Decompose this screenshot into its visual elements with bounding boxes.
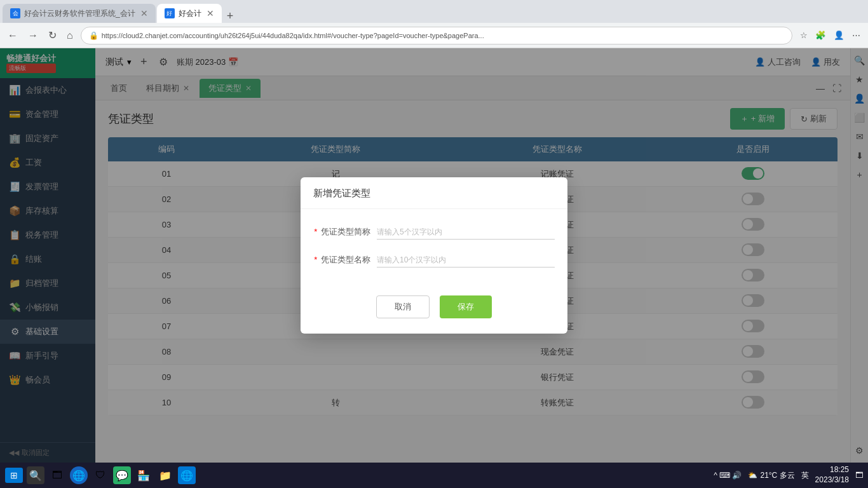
taskbar-shield-icon[interactable]: 🛡: [92, 466, 109, 484]
cancel-button[interactable]: 取消: [376, 295, 430, 318]
taskbar-indicators: ^ ⌨ 🔊: [714, 471, 742, 480]
dialog-body: * 凭证类型简称 * 凭证类型名称: [301, 209, 567, 290]
weather-icon: ⛅: [748, 471, 757, 480]
forward-button[interactable]: →: [25, 27, 41, 44]
tab-1-close[interactable]: ✕: [140, 9, 148, 18]
taskbar-folder-icon[interactable]: 📁: [156, 466, 174, 484]
form-row-full-name: * 凭证类型名称: [313, 252, 555, 268]
short-name-input[interactable]: [377, 224, 555, 240]
lock-icon: 🔒: [89, 31, 98, 40]
language-indicator: 英: [801, 470, 809, 481]
taskbar-multitasking-icon[interactable]: 🗔: [48, 466, 66, 484]
refresh-button[interactable]: ↻: [46, 27, 59, 44]
form-row-short-name: * 凭证类型简称: [313, 224, 555, 240]
home-button[interactable]: ⌂: [64, 27, 76, 44]
taskbar-browser-icon[interactable]: 🌐: [70, 466, 88, 484]
weather-info: ⛅ 21°C 多云: [748, 470, 794, 481]
date-display: 2023/3/18: [815, 475, 849, 485]
tab-2-close[interactable]: ✕: [207, 9, 214, 18]
tab-1-label: 好会计云财务软件管理系统_会计: [24, 8, 135, 19]
bookmark-icon[interactable]: ☆: [797, 28, 810, 43]
dialog-footer: 取消 保存: [301, 290, 567, 334]
tab-2-label: 好会计: [179, 8, 201, 19]
save-button[interactable]: 保存: [440, 295, 492, 318]
tab-2-icon: 好: [165, 8, 175, 18]
taskbar-wechat-icon[interactable]: 💬: [113, 466, 131, 484]
more-options-icon[interactable]: ⋯: [850, 28, 863, 43]
back-button[interactable]: ←: [5, 27, 20, 44]
taskbar-store-icon[interactable]: 🏪: [135, 466, 153, 484]
new-voucher-type-dialog: 新增凭证类型 * 凭证类型简称 * 凭证类型名称 取消 保存: [301, 177, 567, 334]
start-button[interactable]: ⊞: [5, 468, 23, 483]
dialog-title: 新增凭证类型: [301, 177, 567, 209]
weather-text: 21°C 多云: [760, 470, 794, 481]
taskbar-search-icon[interactable]: 🔍: [27, 466, 44, 484]
time-display[interactable]: 18:25 2023/3/18: [815, 465, 849, 485]
url-bar[interactable]: 🔒 https://cloud2.chanjet.com/accounting/…: [81, 27, 792, 44]
taskbar-right: ^ ⌨ 🔊 ⛅ 21°C 多云 英 18:25 2023/3/18 🗔: [714, 465, 863, 485]
short-name-label: * 凭证类型简称: [313, 226, 377, 238]
notification-icon[interactable]: 🗔: [855, 471, 863, 480]
extension-icon[interactable]: 🧩: [813, 28, 829, 43]
url-text: https://cloud2.chanjet.com/accounting/uh…: [102, 32, 784, 39]
taskbar: ⊞ 🔍 🗔 🌐 🛡 💬 🏪 📁 🌐 ^ ⌨ 🔊 ⛅ 21°C 多云 英 18:2…: [0, 463, 868, 488]
new-tab-button[interactable]: +: [222, 10, 239, 23]
required-marker-2: *: [314, 255, 317, 264]
browser-tab-1[interactable]: 会 好会计云财务软件管理系统_会计 ✕: [3, 4, 156, 23]
full-name-label: * 凭证类型名称: [313, 254, 377, 266]
taskbar-edge-icon[interactable]: 🌐: [178, 466, 196, 484]
full-name-input[interactable]: [377, 252, 555, 268]
profile-icon[interactable]: 👤: [831, 28, 847, 43]
browser-tab-2[interactable]: 好 好会计 ✕: [157, 4, 222, 23]
tab-1-icon: 会: [10, 8, 20, 18]
clock: 18:25: [815, 465, 849, 475]
required-marker: *: [314, 227, 317, 236]
dialog-overlay: 新增凭证类型 * 凭证类型简称 * 凭证类型名称 取消 保存: [0, 48, 868, 463]
